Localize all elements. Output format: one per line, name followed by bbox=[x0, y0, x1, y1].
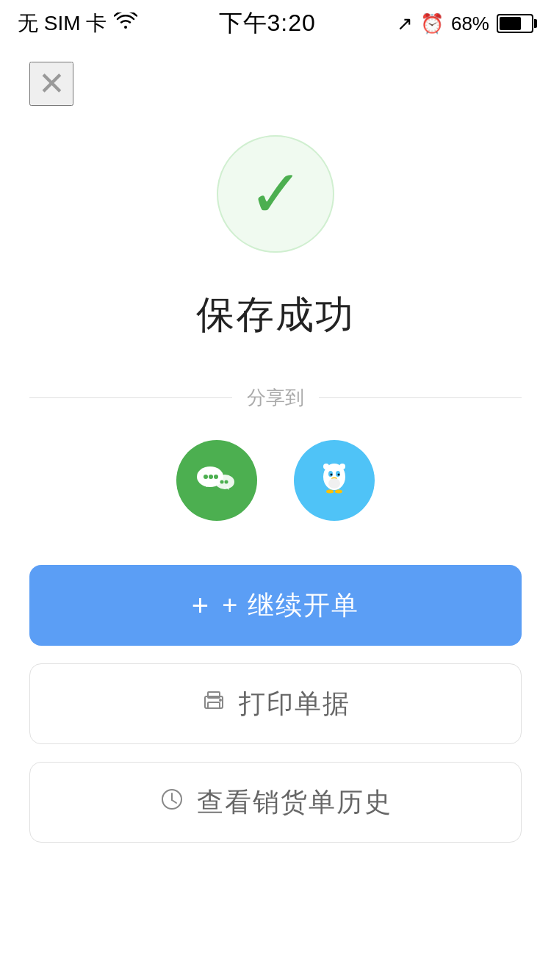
continue-label: + 继续开单 bbox=[222, 588, 359, 624]
share-icons-row bbox=[176, 440, 375, 521]
divider-left bbox=[29, 397, 232, 398]
svg-point-6 bbox=[225, 480, 228, 484]
main-content: ✕ ✓ 保存成功 分享到 bbox=[0, 47, 551, 843]
svg-point-23 bbox=[219, 699, 222, 702]
wechat-share-button[interactable] bbox=[176, 440, 257, 521]
svg-point-15 bbox=[328, 478, 340, 489]
divider-right bbox=[319, 397, 522, 398]
continue-button[interactable]: + + 继续开单 bbox=[29, 565, 522, 646]
checkmark-icon: ✓ bbox=[248, 161, 303, 227]
battery-icon bbox=[497, 14, 533, 33]
history-icon bbox=[159, 786, 185, 819]
svg-point-13 bbox=[338, 474, 340, 476]
svg-point-18 bbox=[323, 464, 329, 469]
status-time: 下午3:20 bbox=[219, 7, 316, 40]
qq-share-button[interactable] bbox=[294, 440, 375, 521]
close-button[interactable]: ✕ bbox=[29, 62, 73, 106]
success-title: 保存成功 bbox=[196, 289, 355, 341]
wechat-icon bbox=[191, 455, 242, 506]
share-label: 分享到 bbox=[247, 385, 304, 411]
status-indicators: ↗ ⏰ 68% bbox=[397, 12, 533, 35]
continue-icon: + bbox=[192, 589, 210, 622]
action-buttons: + + 继续开单 打印单据 bbox=[29, 565, 522, 843]
share-divider: 分享到 bbox=[29, 385, 522, 411]
svg-point-19 bbox=[339, 464, 345, 469]
qq-icon bbox=[309, 455, 360, 506]
print-button[interactable]: 打印单据 bbox=[29, 663, 522, 744]
history-button[interactable]: 查看销货单历史 bbox=[29, 762, 522, 843]
svg-rect-21 bbox=[208, 702, 220, 708]
location-icon: ↗ bbox=[397, 12, 413, 35]
svg-point-12 bbox=[331, 474, 333, 476]
svg-point-2 bbox=[204, 475, 208, 479]
battery-percent: 68% bbox=[451, 12, 489, 35]
carrier-info: 无 SIM 卡 bbox=[18, 10, 137, 37]
alarm-icon: ⏰ bbox=[420, 12, 444, 35]
print-label: 打印单据 bbox=[239, 686, 350, 722]
status-bar: 无 SIM 卡 下午3:20 ↗ ⏰ 68% bbox=[0, 0, 551, 47]
print-icon bbox=[201, 688, 227, 721]
svg-point-17 bbox=[335, 490, 342, 494]
close-icon: ✕ bbox=[38, 68, 65, 100]
svg-point-4 bbox=[214, 475, 218, 479]
svg-point-5 bbox=[220, 480, 224, 484]
history-label: 查看销货单历史 bbox=[197, 785, 392, 821]
success-indicator: ✓ bbox=[217, 135, 334, 253]
svg-point-3 bbox=[209, 475, 213, 479]
carrier-text: 无 SIM 卡 bbox=[18, 10, 107, 37]
svg-line-26 bbox=[172, 800, 176, 803]
wifi-icon bbox=[114, 12, 137, 35]
svg-point-16 bbox=[326, 490, 334, 494]
